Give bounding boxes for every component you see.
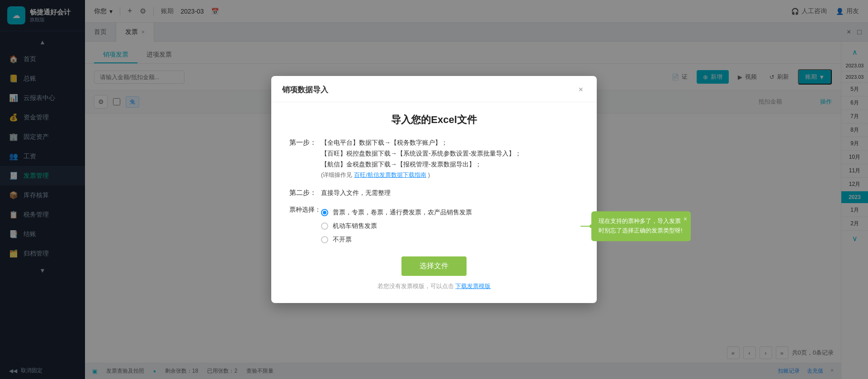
tooltip-text: 现在支持的票种多了，导入发票时别忘了选择正确的发票类型呀! <box>599 218 683 234</box>
step2-content: 直接导入文件，无需整理 <box>321 188 579 199</box>
tooltip-line <box>580 226 590 227</box>
radio-dot <box>323 211 326 214</box>
step2-label: 第二步： <box>289 188 321 197</box>
step1-row2: 【百旺】税控盘数据下载→【系统设置-系统参数设置-发票批量导入】； <box>321 148 579 159</box>
radio-label: 机动车销售发票 <box>333 222 377 230</box>
ticket-selection: 票种选择： 普票，专票，卷票，通行费发票，农产品销售发票 机动车销售 <box>289 205 579 247</box>
radio-vehicle-invoice[interactable]: 机动车销售发票 <box>321 222 579 230</box>
dialog-body: 导入您的Excel文件 第一步： 【全电平台】数据下载→【税务数字账户】； 【百… <box>271 102 597 303</box>
step1-guide-link-row: (详细操作见 百旺/航信发票数据下载指南 ) <box>321 170 579 180</box>
step1-label: 第一步： <box>289 137 321 147</box>
radio-label: 普票，专票，卷票，通行费发票，农产品销售发票 <box>333 208 472 217</box>
step2-text: 直接导入文件，无需整理 <box>321 188 579 199</box>
dialog-main-title: 导入您的Excel文件 <box>289 113 579 127</box>
dialog-title: 销项数据导入 <box>282 85 328 95</box>
tooltip-bubble: × 现在支持的票种多了，导入发票时别忘了选择正确的发票类型呀! <box>591 211 691 241</box>
modal-overlay: 销项数据导入 × 导入您的Excel文件 第一步： 【全电平台】数据下载→【税务… <box>0 0 868 379</box>
step1-row3: 【航信】金税盘数据下载→【报税管理-发票数据导出】； <box>321 159 579 170</box>
step1-content: 【全电平台】数据下载→【税务数字账户】； 【百旺】税控盘数据下载→【系统设置-系… <box>321 137 579 180</box>
tooltip-dot <box>590 224 593 228</box>
tooltip-close-btn[interactable]: × <box>684 214 687 224</box>
step1-guide-link[interactable]: 百旺/航信发票数据下载指南 <box>354 171 426 178</box>
radio-circle <box>321 209 328 216</box>
import-dialog: 销项数据导入 × 导入您的Excel文件 第一步： 【全电平台】数据下载→【税务… <box>271 76 597 303</box>
radio-circle <box>321 223 328 230</box>
step2: 第二步： 直接导入文件，无需整理 <box>289 188 579 199</box>
select-file-btn[interactable]: 选择文件 <box>401 256 467 276</box>
dialog-close-btn[interactable]: × <box>576 84 586 95</box>
download-template-link[interactable]: 下载发票模版 <box>455 283 491 289</box>
radio-circle <box>321 236 328 243</box>
step1: 第一步： 【全电平台】数据下载→【税务数字账户】； 【百旺】税控盘数据下载→【系… <box>289 137 579 180</box>
radio-no-invoice[interactable]: 不开票 <box>321 236 579 244</box>
dialog-header: 销项数据导入 × <box>271 76 597 102</box>
step1-link-prefix: (详细操作见 <box>321 171 352 178</box>
radio-group: 普票，专票，卷票，通行费发票，农产品销售发票 机动车销售发票 不开票 <box>321 208 579 244</box>
step1-link-suffix: ) <box>428 171 430 178</box>
step1-row1: 【全电平台】数据下载→【税务数字账户】； <box>321 137 579 148</box>
download-hint-text: 若您没有发票模版，可以点击 <box>377 283 454 289</box>
ticket-selection-label: 票种选择： <box>289 205 321 214</box>
download-hint-row: 若您没有发票模版，可以点击 下载发票模版 <box>289 282 579 290</box>
radio-label: 不开票 <box>333 236 352 244</box>
radio-general-invoice[interactable]: 普票，专票，卷票，通行费发票，农产品销售发票 <box>321 208 579 217</box>
